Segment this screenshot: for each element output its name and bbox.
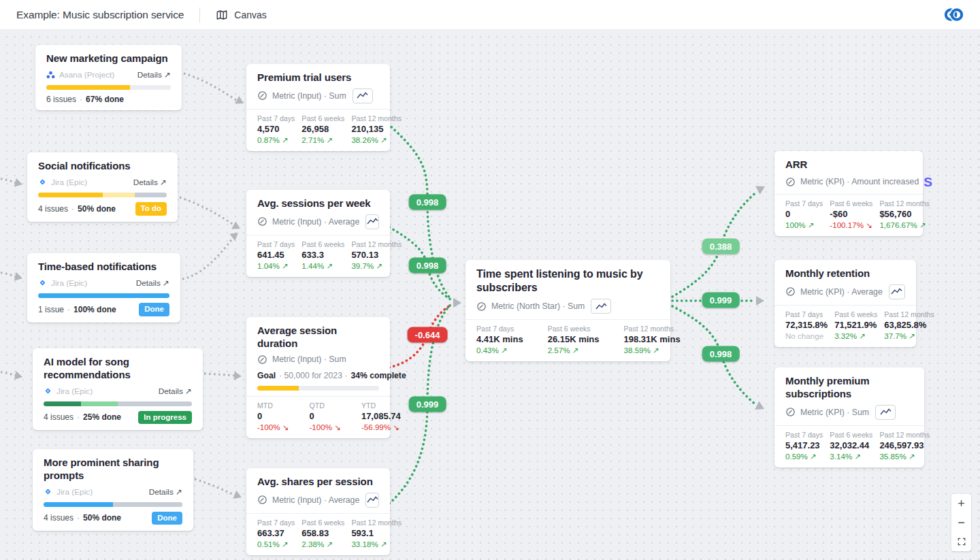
done-percent: 67% done: [86, 95, 124, 104]
card-title: ARR: [785, 159, 912, 171]
details-link[interactable]: Details ↗: [149, 487, 182, 497]
chart-button[interactable]: [353, 88, 373, 103]
gauge-icon: [257, 495, 267, 505]
gauge-icon: [785, 407, 796, 417]
fit-view-icon: [957, 537, 966, 546]
correlation-badge[interactable]: -0.644: [408, 327, 448, 343]
progress-bar: [44, 401, 192, 406]
card-divider: [246, 109, 390, 110]
card-title: Social notifications: [38, 160, 167, 173]
jira-icon: [44, 386, 52, 395]
done-percent: 100% done: [74, 305, 116, 314]
gauge-icon: [785, 177, 796, 187]
metric-card-north-star[interactable]: Time spent listening to music by subscri…: [466, 260, 670, 361]
card-divider: [774, 305, 916, 306]
zoom-controls: + −: [951, 494, 971, 551]
chart-button[interactable]: [875, 405, 896, 420]
correlation-badge[interactable]: 0.388: [702, 239, 740, 254]
progress-segment: [299, 386, 379, 391]
source-label: Asana (Project): [59, 70, 114, 80]
metric-card-session-duration[interactable]: Average session duration Metric (Input) …: [246, 317, 390, 438]
correlation-badge[interactable]: 0.999: [409, 397, 446, 412]
stats-row: Past 7 days5,417.230.59% ↗ Past 6 weeks3…: [785, 431, 913, 461]
zoom-in-button[interactable]: +: [951, 494, 971, 513]
project-card-social-notifications[interactable]: Social notifications Jira (Epic) Details…: [27, 152, 178, 222]
source-label: Jira (Epic): [51, 178, 87, 187]
goal-progress-bar: [257, 386, 379, 391]
progress-bar: [44, 502, 182, 507]
card-title: Time-based notifications: [38, 261, 169, 274]
status-badge: To do: [135, 202, 167, 216]
project-card-sharing-prompts[interactable]: More prominent sharing prompts Jira (Epi…: [33, 449, 193, 531]
metric-card-avg-sessions[interactable]: Avg. sessions per week Metric (Input) · …: [246, 190, 390, 277]
status-badge: Done: [139, 303, 169, 316]
card-title: Monthly premium subscriptions: [785, 375, 913, 401]
gauge-icon: [257, 355, 267, 365]
card-divider: [466, 319, 670, 320]
stats-row: Past 7 days663.370.51% ↗ Past 6 weeks658…: [257, 518, 379, 549]
chart-button[interactable]: [365, 214, 379, 229]
gauge-icon: [785, 286, 796, 297]
metric-type-label: Metric (Input) · Average: [272, 217, 359, 227]
correlation-badge[interactable]: 0.998: [409, 258, 446, 274]
correlation-badge[interactable]: 0.998: [702, 346, 740, 362]
correlation-badge[interactable]: 0.998: [409, 195, 446, 210]
card-divider: [774, 194, 923, 195]
source-label: Jira (Epic): [51, 278, 87, 288]
kpi-card-arr[interactable]: ARR Metric (KPI) · Amount increased S Pa…: [774, 151, 923, 236]
map-icon: [216, 9, 228, 21]
progress-segment: [44, 401, 81, 406]
card-title: New marketing campaign: [46, 52, 171, 65]
details-link[interactable]: Details ↗: [137, 70, 171, 80]
kpi-card-monthly-premium-subscriptions[interactable]: Monthly premium subscriptions Metric (KP…: [774, 367, 924, 467]
card-divider: [246, 235, 390, 235]
project-card-new-marketing-campaign[interactable]: New marketing campaign Asana (Project) D…: [35, 45, 182, 110]
gauge-icon: [476, 301, 487, 312]
progress-segment: [38, 193, 103, 197]
page-title: Example: Music subscription service: [16, 9, 184, 21]
doubleloop-logo-icon: [943, 6, 965, 23]
asana-icon: [46, 71, 55, 79]
source-label: Jira (Epic): [56, 386, 93, 396]
gauge-icon: [257, 90, 267, 101]
chart-button[interactable]: [591, 299, 611, 314]
metric-type-label: Metric (KPI) · Amount increased: [800, 177, 919, 186]
details-link[interactable]: Details ↗: [136, 278, 169, 288]
metric-type-label: Metric (Input) · Sum: [272, 91, 346, 101]
card-divider: [246, 513, 390, 514]
fit-view-button[interactable]: [951, 532, 971, 551]
kpi-card-monthly-retention[interactable]: Monthly retention Metric (KPI) · Average…: [774, 260, 916, 347]
status-badge: Done: [152, 512, 182, 525]
issues-count: 4 issues: [38, 204, 68, 214]
issues-count: 4 issues: [44, 412, 74, 422]
zoom-out-button[interactable]: −: [951, 513, 971, 532]
stats-row: Past 7 days0100% ↗ Past 6 weeks-$60-100.…: [785, 199, 912, 230]
progress-bar: [38, 193, 167, 197]
progress-segment: [135, 193, 167, 197]
stats-row: Past 7 days72,315.8%No change Past 6 wee…: [785, 310, 905, 341]
stats-row: Past 7 days4,5700.87% ↗ Past 6 weeks26,9…: [257, 114, 379, 145]
goal-row: Goal · 50,000 for 2023 · 34% complete: [257, 371, 379, 380]
jira-icon: [44, 487, 52, 496]
details-link[interactable]: Details ↗: [159, 386, 192, 396]
metric-type-label: Metric (KPI) · Average: [800, 287, 883, 297]
project-card-ai-model[interactable]: AI model for song recommendations Jira (…: [33, 348, 203, 430]
tab-canvas-label: Canvas: [234, 10, 266, 20]
correlation-badge[interactable]: 0.999: [702, 293, 740, 308]
details-link[interactable]: Details ↗: [133, 178, 167, 187]
metric-card-avg-shares[interactable]: Avg. shares per session Metric (Input) ·…: [246, 468, 390, 555]
chart-button[interactable]: [889, 284, 905, 299]
jira-icon: [38, 178, 47, 186]
metric-card-premium-trial-users[interactable]: Premium trial users Metric (Input) · Sum…: [246, 64, 390, 151]
progress-segment: [103, 193, 135, 197]
progress-segment: [46, 85, 130, 90]
chart-button[interactable]: [365, 493, 379, 508]
gauge-icon: [257, 216, 267, 227]
goal-label: Goal: [257, 371, 276, 380]
project-card-time-based-notifications[interactable]: Time-based notifications Jira (Epic) Det…: [27, 253, 180, 323]
goal-complete: 34% complete: [350, 371, 406, 380]
progress-segment: [130, 85, 171, 90]
tab-canvas[interactable]: Canvas: [216, 9, 266, 21]
card-divider: [774, 425, 924, 426]
progress-bar: [38, 293, 169, 298]
